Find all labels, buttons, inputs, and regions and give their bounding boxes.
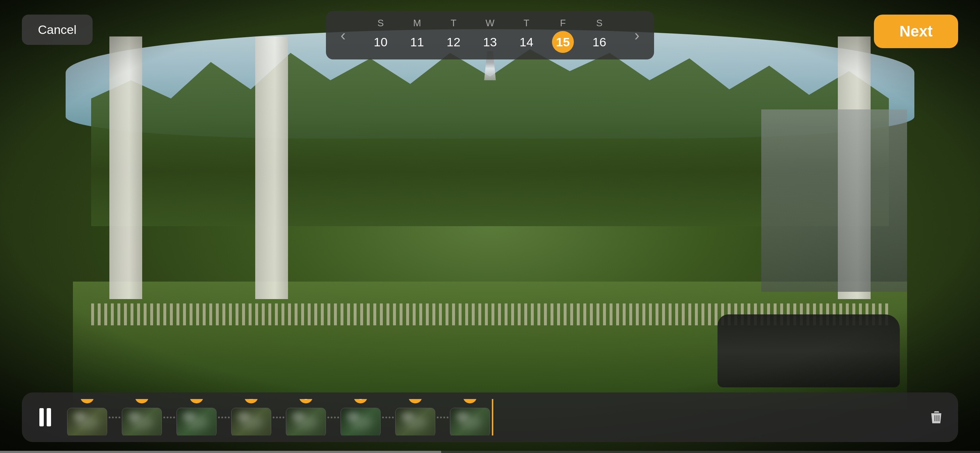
thumb-image	[177, 408, 216, 435]
timeline-thumb-5[interactable]	[340, 399, 380, 435]
event-icon-car	[463, 399, 477, 404]
calendar-bar: ‹ S10M11T12W13T14F15S16 ›	[326, 11, 654, 59]
calendar-prev-button[interactable]: ‹	[337, 28, 349, 43]
timeline-separator	[380, 416, 395, 418]
cal-day-letter: T	[450, 18, 457, 29]
timeline-separator	[435, 416, 450, 418]
timeline-thumb-7[interactable]	[450, 399, 490, 435]
thumb-image	[340, 408, 380, 435]
next-button[interactable]: Next	[874, 14, 958, 48]
pause-button[interactable]	[30, 403, 60, 432]
cal-day-number: 13	[479, 31, 501, 53]
thumb-image	[450, 408, 490, 435]
calendar-day-11[interactable]: M11	[404, 18, 430, 53]
cal-day-number: 12	[442, 31, 465, 53]
pause-bar-left	[40, 408, 44, 426]
calendar-day-10[interactable]: S10	[368, 18, 393, 53]
timeline[interactable]	[67, 399, 916, 435]
trash-icon	[929, 409, 945, 425]
timeline-thumb-3[interactable]	[231, 399, 271, 435]
event-icon-motion	[354, 399, 368, 404]
cal-day-letter: S	[596, 18, 602, 29]
delete-button[interactable]	[924, 405, 950, 430]
cancel-button[interactable]: Cancel	[22, 14, 92, 45]
progress-bar-container[interactable]	[0, 451, 980, 453]
thumb-image	[67, 408, 107, 435]
cal-day-letter: W	[485, 18, 495, 29]
calendar-days: S10M11T12W13T14F15S16	[368, 18, 612, 53]
timeline-thumb-0[interactable]	[67, 399, 107, 435]
driveway-area	[761, 109, 907, 292]
cal-day-letter: M	[413, 18, 421, 29]
timeline-thumb-4[interactable]	[286, 399, 326, 435]
event-icon-car	[189, 399, 204, 404]
calendar-next-button[interactable]: ›	[631, 28, 643, 43]
porch-column-center	[255, 37, 288, 299]
event-icon-car	[135, 399, 149, 404]
thumb-image	[286, 408, 326, 435]
cal-day-letter: S	[377, 18, 383, 29]
calendar-day-16[interactable]: S16	[587, 18, 612, 53]
car-silhouette	[718, 314, 900, 388]
timeline-separator	[162, 416, 177, 418]
calendar-day-14[interactable]: T14	[514, 18, 539, 53]
thumb-image	[122, 408, 162, 435]
timeline-separator	[271, 416, 286, 418]
progress-bar-fill	[0, 451, 441, 453]
event-icon-motion	[299, 399, 313, 404]
timeline-thumb-2[interactable]	[177, 399, 216, 435]
pause-icon	[40, 408, 51, 426]
event-icon-person-car	[244, 399, 258, 404]
pause-bar-right	[47, 408, 51, 426]
timeline-separator	[326, 416, 340, 418]
cal-day-number: 11	[406, 31, 428, 53]
cal-day-number: 14	[515, 31, 538, 53]
cal-day-number: 10	[370, 31, 391, 53]
timeline-playhead	[492, 399, 493, 435]
calendar-day-13[interactable]: W13	[477, 18, 503, 53]
camera-view	[0, 0, 980, 453]
playback-bar	[22, 392, 958, 442]
cal-day-number: 15	[552, 31, 574, 53]
timeline-separator	[107, 416, 122, 418]
timeline-thumb-6[interactable]	[395, 399, 435, 435]
event-icon-car	[80, 399, 94, 404]
cal-day-number: 16	[589, 31, 610, 53]
porch-column-left	[110, 37, 142, 299]
calendar-day-12[interactable]: T12	[441, 18, 466, 53]
event-icon-car	[408, 399, 422, 404]
thumb-image	[231, 408, 271, 435]
timeline-thumb-1[interactable]	[122, 399, 162, 435]
timeline-separator	[216, 416, 231, 418]
cal-day-letter: F	[560, 18, 566, 29]
cal-day-letter: T	[523, 18, 530, 29]
thumb-image	[395, 408, 435, 435]
calendar-day-15[interactable]: F15	[550, 18, 576, 53]
